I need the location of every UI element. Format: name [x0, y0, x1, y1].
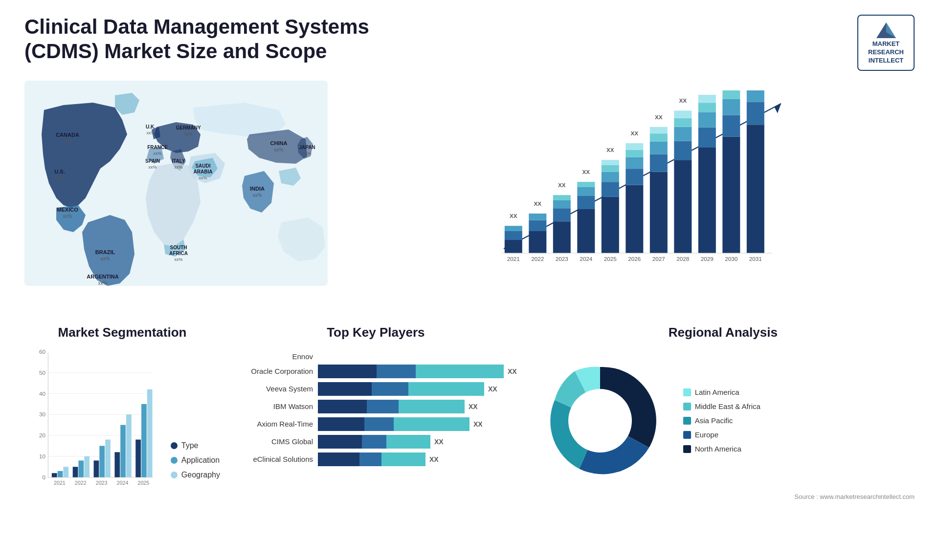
svg-rect-75 [674, 127, 692, 141]
svg-rect-87 [722, 99, 740, 115]
svg-rect-37 [505, 240, 522, 253]
svg-rect-92 [747, 90, 764, 102]
legend-europe: Europe [683, 431, 760, 439]
svg-text:CHINA: CHINA [270, 140, 288, 146]
svg-rect-129 [114, 452, 120, 477]
svg-text:50: 50 [39, 369, 46, 375]
bottom-content: Market Segmentation 0 10 20 30 40 5 [24, 325, 915, 545]
svg-rect-85 [722, 136, 740, 253]
logo: MARKET RESEARCH INTELLECT [857, 15, 915, 71]
player-value-oracle: XX [508, 367, 517, 375]
bar-oracle-dark [318, 365, 377, 378]
donut-legend: Latin America Middle East & Africa Asia … [683, 388, 760, 453]
player-name-veeva: Veeva System [235, 385, 313, 393]
svg-text:BRAZIL: BRAZIL [95, 249, 115, 255]
svg-rect-76 [674, 118, 692, 127]
svg-text:xx%: xx% [63, 139, 72, 144]
svg-text:2028: 2028 [676, 256, 689, 262]
svg-text:ITALY: ITALY [172, 158, 185, 164]
bar-veeva-dark [318, 382, 372, 396]
svg-text:2031: 2031 [749, 256, 762, 262]
svg-text:xx%: xx% [174, 165, 182, 170]
svg-rect-45 [553, 221, 571, 253]
map-section: CANADA xx% U.S. xx% MEXICO xx% BRAZIL xx… [24, 81, 328, 315]
svg-text:MEXICO: MEXICO [57, 207, 78, 213]
svg-text:XX: XX [606, 147, 614, 153]
svg-rect-82 [698, 103, 716, 112]
svg-rect-83 [698, 95, 716, 103]
svg-text:xx%: xx% [101, 256, 110, 261]
key-players-title: Top Key Players [235, 325, 517, 340]
svg-text:ARABIA: ARABIA [194, 169, 213, 174]
svg-point-140 [568, 389, 632, 452]
logo-icon [874, 21, 898, 40]
svg-text:CANADA: CANADA [56, 132, 79, 138]
svg-rect-90 [747, 125, 764, 253]
world-map-svg: CANADA xx% U.S. xx% MEXICO xx% BRAZIL xx… [24, 81, 328, 286]
svg-text:0: 0 [42, 474, 45, 480]
page-title: Clinical Data Management Systems (CDMS) … [24, 15, 391, 64]
svg-text:2025: 2025 [604, 256, 617, 262]
svg-rect-125 [84, 456, 89, 477]
svg-text:XX: XX [655, 113, 663, 120]
svg-text:INDIA: INDIA [250, 186, 265, 192]
svg-rect-133 [141, 404, 147, 477]
svg-rect-63 [626, 157, 643, 168]
svg-rect-46 [553, 208, 571, 221]
legend-latin-america: Latin America [683, 388, 760, 396]
player-name-oracle: Oracle Corporation [235, 367, 313, 375]
svg-rect-61 [626, 185, 643, 253]
svg-text:2030: 2030 [725, 256, 738, 262]
bar-chart-svg: XX XX XX XX [357, 90, 915, 266]
player-row-eclinical: eClinical Solutions XX [235, 452, 517, 466]
player-row-veeva: Veeva System XX [235, 382, 517, 396]
world-map: CANADA xx% U.S. xx% MEXICO xx% BRAZIL xx… [24, 81, 328, 286]
player-bar-cims: XX [318, 435, 517, 449]
svg-rect-51 [577, 196, 595, 209]
player-value-cims: XX [434, 438, 444, 446]
svg-rect-126 [94, 460, 99, 477]
svg-rect-131 [126, 414, 132, 477]
color-asia-pacific [683, 417, 691, 425]
player-value-axiom: XX [473, 420, 483, 428]
svg-text:xx%: xx% [174, 257, 182, 262]
svg-rect-73 [674, 160, 692, 253]
color-mea [683, 403, 691, 410]
legend-north-america: North America [683, 445, 760, 453]
svg-rect-74 [674, 141, 692, 160]
player-row-ibm: IBM Watson XX [235, 400, 517, 413]
svg-rect-79 [698, 148, 716, 253]
svg-text:2027: 2027 [652, 256, 665, 262]
legend-dot-type [171, 442, 178, 449]
svg-text:xx%: xx% [199, 175, 207, 180]
player-value-veeva: XX [488, 385, 497, 393]
regional-title: Regional Analysis [532, 325, 915, 340]
bar-chart-section: XX XX XX XX [342, 81, 915, 315]
svg-text:U.S.: U.S. [54, 169, 65, 174]
svg-rect-122 [63, 467, 68, 477]
bar-chart-container: XX XX XX XX [342, 81, 915, 286]
key-players-section: Top Key Players Ennov Oracle Corporation [235, 325, 517, 545]
player-name-axiom: Axiom Real-Time [235, 420, 313, 428]
svg-text:SPAIN: SPAIN [145, 158, 160, 164]
svg-rect-50 [577, 209, 595, 253]
bar-cims-dark [318, 435, 362, 449]
player-value-eclinical: XX [429, 455, 439, 463]
svg-text:xx%: xx% [63, 214, 72, 219]
bar-ibm-light [399, 400, 465, 413]
bar-ibm-dark [318, 400, 367, 413]
svg-rect-88 [722, 90, 740, 99]
svg-rect-62 [626, 169, 643, 185]
svg-rect-69 [650, 141, 668, 154]
legend-dot-geography [171, 472, 178, 478]
svg-rect-123 [73, 467, 78, 477]
svg-rect-127 [99, 446, 105, 477]
legend-type: Type [171, 441, 220, 450]
svg-text:U.K.: U.K. [146, 124, 156, 129]
svg-text:GERMANY: GERMANY [176, 125, 201, 130]
svg-text:40: 40 [39, 390, 46, 396]
player-name-cims: CIMS Global [235, 437, 313, 446]
seg-chart-container: 0 10 20 30 40 50 60 [24, 347, 220, 494]
svg-rect-53 [577, 182, 595, 187]
bar-oracle-light [416, 365, 504, 378]
